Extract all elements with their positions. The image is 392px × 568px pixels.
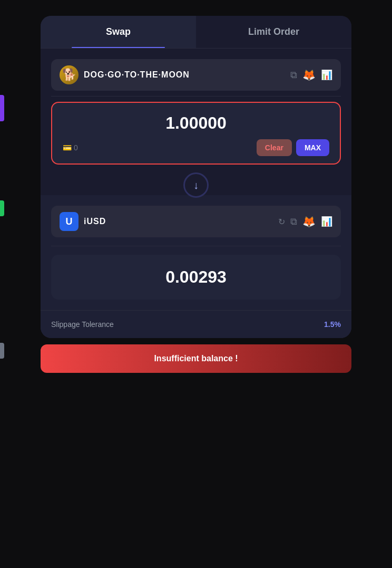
- to-token-action-icons: ⧉ 🦊 📊: [290, 215, 332, 228]
- token-action-icons: ⧉ 🦊 📊: [290, 69, 332, 81]
- iusd-icon: U: [60, 212, 79, 231]
- tab-swap[interactable]: Swap: [41, 16, 196, 48]
- wallet-icon: 💳: [63, 143, 72, 152]
- from-token-name: DOG·GO·TO·THE·MOON: [84, 70, 285, 80]
- chart-icon[interactable]: 📊: [321, 69, 332, 81]
- from-token-section: 🐕 DOG·GO·TO·THE·MOON ⧉ 🦊 📊: [41, 49, 351, 96]
- copy-icon[interactable]: ⧉: [290, 70, 297, 81]
- amount-value-display: 1.00000: [63, 113, 329, 133]
- max-button[interactable]: MAX: [296, 139, 329, 156]
- iusd-icon-label: U: [66, 216, 73, 227]
- to-token-name: iUSD: [84, 217, 273, 226]
- balance-display: 💳 0: [63, 143, 78, 152]
- accent-bar-green: [0, 200, 4, 216]
- dog-emoji-icon: 🐕: [62, 68, 76, 82]
- balance-value: 0: [74, 143, 78, 152]
- slippage-section: Slippage Tolerance 1.5%: [41, 310, 351, 338]
- slippage-value: 1.5%: [324, 320, 341, 329]
- clear-button[interactable]: Clear: [257, 139, 292, 156]
- to-metamask-icon[interactable]: 🦊: [302, 215, 316, 228]
- to-token-selector[interactable]: U iUSD ↻ ⧉ 🦊 📊: [51, 206, 341, 237]
- to-copy-icon[interactable]: ⧉: [290, 216, 297, 227]
- swap-direction-button[interactable]: ↓: [183, 172, 209, 198]
- metamask-icon[interactable]: 🦊: [302, 69, 316, 81]
- down-arrow-icon: ↓: [193, 179, 199, 191]
- from-token-avatar: 🐕: [60, 65, 79, 84]
- to-amount-value: 0.00293: [62, 267, 330, 287]
- to-section: U iUSD ↻ ⧉ 🦊 📊 0.00293: [41, 195, 351, 338]
- accent-bar-purple: [0, 95, 4, 121]
- divider-to: [51, 246, 341, 246]
- insufficient-balance-text: Insufficient balance !: [154, 354, 238, 363]
- to-chart-icon[interactable]: 📊: [321, 216, 332, 227]
- tabs-container: Swap Limit Order: [41, 16, 351, 49]
- slippage-label: Slippage Tolerance: [51, 320, 114, 329]
- to-token-area: U iUSD ↻ ⧉ 🦊 📊 0.00293: [41, 195, 351, 310]
- amount-input-box[interactable]: 1.00000 💳 0 Clear MAX: [51, 102, 341, 165]
- from-token-selector[interactable]: 🐕 DOG·GO·TO·THE·MOON ⧉ 🦊 📊: [51, 59, 341, 91]
- accent-bar-mid: [0, 343, 4, 359]
- page-wrapper: Swap Limit Order 🐕 DOG·GO·TO·THE·MOON ⧉ …: [0, 0, 392, 568]
- swap-card: Swap Limit Order 🐕 DOG·GO·TO·THE·MOON ⧉ …: [41, 16, 351, 338]
- amount-section: 1.00000 💳 0 Clear MAX: [41, 97, 351, 175]
- refresh-icon[interactable]: ↻: [278, 217, 285, 227]
- to-amount-box: 0.00293: [51, 255, 341, 300]
- tab-limit-order[interactable]: Limit Order: [196, 16, 351, 48]
- insufficient-balance-banner[interactable]: Insufficient balance !: [41, 344, 351, 373]
- swap-direction-container: ↓: [41, 172, 351, 198]
- amount-controls: 💳 0 Clear MAX: [63, 139, 329, 156]
